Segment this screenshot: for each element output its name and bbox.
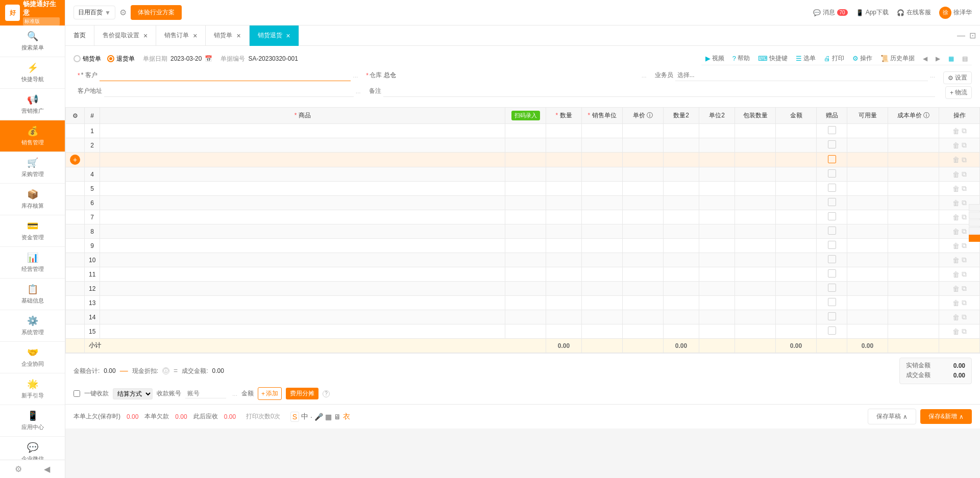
- settings-btn[interactable]: ⚙ 设置: [943, 71, 972, 84]
- customer-dots-btn[interactable]: ...: [353, 72, 358, 79]
- delete-icon[interactable]: 🗑: [952, 242, 960, 250]
- delete-icon[interactable]: 🗑: [952, 199, 960, 207]
- scan-btn[interactable]: 扫码录入: [511, 111, 540, 120]
- radio-sales[interactable]: 销货单: [74, 55, 101, 63]
- tab-close-icon[interactable]: ×: [286, 32, 290, 40]
- online-service-btn[interactable]: 🎧 在线客服: [897, 8, 931, 17]
- delete-icon[interactable]: 🗑: [952, 213, 960, 221]
- copy-icon[interactable]: ⧉: [962, 141, 967, 149]
- copy-icon[interactable]: ⧉: [962, 170, 967, 179]
- tab-home[interactable]: 首页: [65, 26, 94, 46]
- copy-icon[interactable]: ⧉: [962, 313, 967, 321]
- discount-help-icon[interactable]: ⓘ: [162, 367, 169, 374]
- address-dots-btn[interactable]: ...: [356, 88, 361, 95]
- sidebar-item-enterprise[interactable]: 🤝 企业协同: [0, 342, 65, 373]
- account-dots-btn[interactable]: ...: [232, 390, 237, 397]
- float-print-btn[interactable]: 打印: [969, 227, 980, 234]
- delete-icon[interactable]: 🗑: [952, 270, 960, 279]
- qty2-cell[interactable]: [664, 153, 699, 167]
- float-image-btn[interactable]: 图片: [969, 212, 980, 219]
- tab-close-icon[interactable]: ×: [143, 32, 148, 40]
- add-row-btn[interactable]: +: [70, 155, 80, 165]
- unit2-cell[interactable]: [699, 124, 735, 138]
- shortcut-btn[interactable]: ⌨ 快捷键: [758, 54, 788, 63]
- gift-checkbox[interactable]: [828, 155, 836, 163]
- sidebar-item-operation[interactable]: 📊 经营管理: [0, 247, 65, 279]
- sidebar-item-marketing[interactable]: 📢 营销推广: [0, 89, 65, 120]
- amount-cell[interactable]: [776, 124, 817, 138]
- print-btn[interactable]: 🖨 打印: [824, 54, 844, 63]
- qty-cell[interactable]: [546, 138, 582, 153]
- sidebar-item-basic[interactable]: 📋 基础信息: [0, 279, 65, 310]
- fee-help-icon[interactable]: ?: [323, 390, 330, 397]
- list-view-icon[interactable]: ▤: [962, 55, 968, 62]
- copy-icon[interactable]: ⧉: [962, 127, 967, 135]
- copy-icon[interactable]: ⧉: [962, 227, 967, 236]
- cost-price-cell[interactable]: [888, 138, 939, 153]
- tab-minimize-btn[interactable]: —: [957, 31, 965, 40]
- pack-qty-cell[interactable]: [735, 138, 776, 153]
- col-scan-header[interactable]: 扫码录入: [505, 108, 546, 124]
- sidebar-item-finance[interactable]: 💳 资金管理: [0, 215, 65, 247]
- salesperson-dots-btn[interactable]: ...: [930, 72, 935, 79]
- app-download-btn[interactable]: 📱 App下载: [856, 8, 889, 17]
- date-value[interactable]: 2023-03-20: [170, 55, 202, 62]
- copy-icon[interactable]: ⧉: [962, 270, 967, 279]
- new-product-input[interactable]: [104, 156, 501, 163]
- sales-unit-cell[interactable]: [582, 153, 623, 167]
- copy-icon[interactable]: ⧉: [962, 298, 967, 307]
- amount-cell[interactable]: [776, 138, 817, 153]
- copy-icon[interactable]: ⧉: [962, 184, 967, 193]
- gift-checkbox[interactable]: [828, 255, 836, 263]
- gift-checkbox[interactable]: [828, 298, 836, 306]
- ime-icon-3[interactable]: ·: [310, 413, 312, 421]
- qty2-cell[interactable]: [664, 138, 699, 153]
- one-click-pay-checkbox[interactable]: [74, 390, 80, 397]
- account-input[interactable]: [185, 389, 226, 398]
- address-input[interactable]: [104, 85, 354, 97]
- copy-icon[interactable]: ⧉: [962, 241, 967, 250]
- logistics-btn[interactable]: + 物流: [945, 86, 972, 99]
- qty-cell[interactable]: [546, 153, 582, 167]
- unit-price-cell[interactable]: [623, 124, 664, 138]
- float-attachment-btn[interactable]: 附件: [969, 235, 980, 242]
- delete-icon[interactable]: 🗑: [952, 127, 960, 135]
- product-cell[interactable]: [100, 124, 505, 138]
- ime-icon-5[interactable]: ▦: [325, 413, 332, 421]
- available-cell[interactable]: [847, 153, 888, 167]
- sidebar-item-sales[interactable]: 💰 销售管理: [0, 120, 65, 152]
- radio-return[interactable]: 退货单: [107, 55, 135, 63]
- available-cell[interactable]: [847, 124, 888, 138]
- product-cell[interactable]: [100, 153, 505, 167]
- ime-icon-6[interactable]: 🖥: [334, 413, 341, 421]
- gift-cell[interactable]: [817, 153, 847, 167]
- gift-checkbox[interactable]: [828, 241, 836, 249]
- pack-qty-cell[interactable]: [735, 124, 776, 138]
- message-btn[interactable]: 💬 消息 70: [813, 8, 848, 17]
- salesperson-input[interactable]: [675, 69, 928, 81]
- unit-price-cell[interactable]: [623, 138, 664, 153]
- product-input[interactable]: [104, 128, 501, 135]
- tab-sales-order[interactable]: 销售订单 ×: [156, 26, 206, 46]
- unit2-cell[interactable]: [699, 153, 735, 167]
- tab-maximize-btn[interactable]: ⊡: [969, 31, 976, 40]
- gift-checkbox[interactable]: [828, 326, 836, 335]
- copy-icon[interactable]: ⧉: [962, 256, 967, 264]
- ime-icon-4[interactable]: 🎤: [314, 413, 323, 421]
- grid-view-icon[interactable]: ▦: [948, 55, 954, 62]
- gift-checkbox[interactable]: [828, 198, 836, 206]
- warehouse-dots-btn[interactable]: ...: [642, 72, 647, 79]
- delete-icon[interactable]: 🗑: [952, 185, 960, 193]
- prev-icon[interactable]: ◀: [923, 55, 927, 62]
- sales-unit-cell[interactable]: [582, 124, 623, 138]
- sidebar-item-inventory[interactable]: 📦 库存核算: [0, 184, 65, 215]
- gift-checkbox[interactable]: [828, 212, 836, 220]
- sidebar-item-newguide[interactable]: 🌟 新手引导: [0, 373, 65, 405]
- available-cell[interactable]: [847, 138, 888, 153]
- gift-cell[interactable]: [817, 138, 847, 153]
- gift-checkbox[interactable]: [828, 227, 836, 235]
- ime-icon-2[interactable]: 中: [301, 412, 308, 421]
- save-new-btn[interactable]: 保存&新增 ∧: [920, 409, 972, 424]
- note-input[interactable]: [383, 85, 935, 97]
- history-btn[interactable]: 📜 历史单据: [880, 54, 915, 63]
